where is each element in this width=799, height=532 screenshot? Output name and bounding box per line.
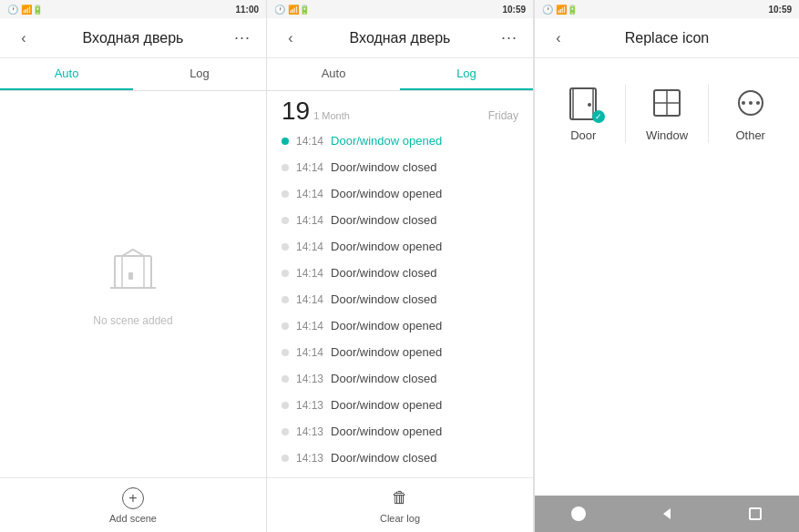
door-icon: ✓ [565, 85, 601, 121]
panel1-bottom: + Add scene [0, 477, 266, 532]
svg-rect-2 [128, 272, 133, 280]
top-bar-2: ‹ Входная дверь ··· [267, 18, 533, 58]
plus-icon: + [122, 487, 144, 509]
log-entry: 14:13Door/window opened [267, 392, 533, 418]
panel3-spacer [535, 169, 799, 496]
log-dot [282, 270, 289, 277]
icon-grid: ✓ Door Window [535, 58, 799, 169]
log-text: Door/window opened [331, 425, 442, 438]
log-time: 14:14 [296, 188, 323, 200]
icon-option-window[interactable]: Window [626, 73, 709, 154]
log-dot [282, 349, 289, 356]
tab-auto-2[interactable]: Auto [267, 58, 400, 90]
status-icons-left: 🕐 📶🔋 [7, 5, 43, 15]
tab-log-1[interactable]: Log [133, 58, 266, 90]
log-text: Door/window closed [331, 372, 436, 385]
add-scene-button[interactable]: + Add scene [109, 487, 157, 524]
more-button-2[interactable]: ··· [497, 26, 522, 51]
log-dot [282, 402, 289, 409]
log-entry: 14:14Door/window opened [267, 233, 533, 260]
back-button-1[interactable]: ‹ [11, 26, 36, 51]
log-dot [282, 455, 289, 462]
top-bar-3: ‹ Replace icon [535, 18, 799, 58]
status-bar-3: 🕐 📶🔋 10:59 [535, 0, 799, 18]
log-time: 14:13 [296, 452, 323, 465]
log-text: Door/window closed [331, 292, 436, 306]
log-entry: 14:13Door/window closed [267, 471, 533, 477]
clear-log-label: Clear log [380, 513, 420, 524]
log-text: Door/window opened [331, 345, 442, 359]
log-time: 14:14 [296, 161, 323, 174]
panel2-title: Входная дверь [350, 30, 451, 46]
log-time: 14:14 [296, 214, 323, 227]
log-entry: 14:14Door/window closed [267, 260, 533, 286]
log-time: 14:14 [296, 267, 323, 280]
tab-auto-1[interactable]: Auto [0, 58, 133, 90]
log-time: 14:14 [296, 320, 323, 332]
panel3-title: Replace icon [625, 30, 710, 46]
more-button-1[interactable]: ··· [230, 26, 255, 51]
log-dot [282, 138, 289, 145]
log-dot [282, 296, 289, 303]
recent-nav-icon[interactable] [742, 500, 769, 527]
log-text: Door/window closed [331, 160, 436, 174]
no-scene-icon [106, 242, 160, 307]
log-dot [282, 322, 289, 330]
log-dot [282, 375, 289, 383]
status-icons-left-3: 🕐 📶🔋 [542, 5, 578, 15]
icon-option-door[interactable]: ✓ Door [542, 73, 625, 154]
svg-point-12 [749, 101, 753, 105]
log-text: Door/window closed [331, 451, 436, 465]
log-entry: 14:14Door/window closed [267, 154, 533, 180]
log-date-row: 19 1 Month Friday [267, 91, 533, 128]
panel-log: 🕐 📶🔋 10:59 ‹ Входная дверь ··· Auto Log … [267, 0, 534, 532]
log-entry: 14:14Door/window closed [267, 207, 533, 233]
trash-icon: 🗑 [389, 487, 411, 509]
panel1-title: Входная дверь [83, 30, 184, 46]
log-entry: 14:14Door/window opened [267, 339, 533, 365]
log-time: 14:14 [296, 240, 323, 253]
clear-log-button[interactable]: 🗑 Clear log [380, 487, 420, 524]
log-dot [282, 190, 289, 198]
tab-bar-2: Auto Log [267, 58, 533, 91]
log-list: 14:14Door/window opened14:14Door/window … [267, 128, 533, 477]
log-entry: 14:14Door/window opened [267, 312, 533, 339]
status-bar-1: 🕐 📶🔋 11:00 [0, 0, 266, 18]
log-time: 14:14 [296, 293, 323, 306]
svg-point-13 [742, 101, 745, 105]
time-3: 10:59 [768, 5, 792, 15]
log-entry: 14:14Door/window opened [267, 128, 533, 154]
back-button-2[interactable]: ‹ [278, 26, 303, 51]
log-text: Door/window opened [331, 319, 442, 332]
tab-bar-1: Auto Log [0, 58, 266, 91]
log-text: Door/window opened [331, 240, 442, 253]
tab-log-2[interactable]: Log [400, 58, 533, 90]
log-day: Friday [488, 109, 518, 122]
door-check-icon: ✓ [592, 110, 605, 123]
log-date-number: 19 [282, 97, 310, 126]
log-dot [282, 243, 289, 251]
panel-replace-icon: 🕐 📶🔋 10:59 ‹ Replace icon ✓ Door [534, 0, 799, 532]
add-scene-label: Add scene [109, 513, 157, 524]
no-scene-area: No scene added [0, 91, 266, 477]
log-text: Door/window opened [331, 398, 442, 412]
log-entry: 14:14Door/window closed [267, 286, 533, 312]
log-dot [282, 217, 289, 224]
svg-point-15 [571, 506, 586, 521]
log-time: 14:13 [296, 399, 323, 412]
time-2: 10:59 [502, 5, 526, 15]
back-button-3[interactable]: ‹ [546, 26, 571, 51]
log-time: 14:14 [296, 135, 323, 148]
log-entry: 14:14Door/window opened [267, 180, 533, 207]
top-bar-1: ‹ Входная дверь ··· [0, 18, 266, 58]
log-text: Door/window opened [331, 134, 442, 148]
log-time: 14:13 [296, 373, 323, 385]
log-entry: 14:13Door/window closed [267, 365, 533, 392]
home-nav-icon[interactable] [565, 500, 592, 527]
time-1: 11:00 [235, 5, 259, 15]
panel-auto: 🕐 📶🔋 11:00 ‹ Входная дверь ··· Auto Log … [0, 0, 267, 532]
back-nav-icon[interactable] [653, 500, 681, 527]
window-label: Window [646, 128, 688, 142]
other-icon [732, 85, 769, 121]
icon-option-other[interactable]: Other [709, 73, 792, 154]
